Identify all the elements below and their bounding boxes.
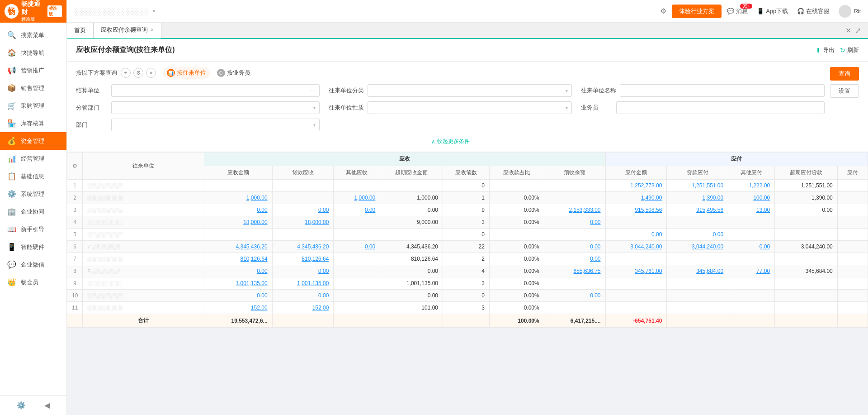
refresh-button[interactable]: ↻ 刷新 xyxy=(840,46,859,54)
th-loan-payable: 贷款应付 xyxy=(667,166,728,180)
dept-label: 分管部门 xyxy=(76,104,108,112)
table-cell[interactable]: 0.00 xyxy=(272,265,334,277)
table-cell[interactable]: 0.00 xyxy=(667,229,728,241)
sidebar-item-nav[interactable]: 🏠快捷导航 xyxy=(0,44,66,62)
sidebar-item-finance[interactable]: 💰资金管理 xyxy=(0,132,66,150)
table-cell[interactable]: 18,000.00 xyxy=(204,216,272,229)
table-cell[interactable]: 1,251,551.00 xyxy=(667,180,728,192)
table-cell[interactable]: 810,126.64 xyxy=(272,253,334,265)
table-cell[interactable]: 1,000.00 xyxy=(204,192,272,204)
table-cell[interactable]: 1,490.00 xyxy=(605,192,667,204)
table-cell[interactable]: 4,345,436.20 xyxy=(272,241,334,253)
sidebar-item-stock[interactable]: 🏪库存核算 xyxy=(0,114,66,132)
row-number: 1 xyxy=(67,180,83,192)
subdept-select[interactable]: ▾ xyxy=(111,119,320,131)
table-cell[interactable]: 915,495.56 xyxy=(667,204,728,216)
app-download-item[interactable]: 📱 App下载 xyxy=(757,7,788,15)
settings-footer-icon[interactable]: ⚙️ xyxy=(17,401,26,410)
sidebar-item-search[interactable]: 🔍搜索菜单 xyxy=(0,26,66,44)
collapse-button[interactable]: ∧ 收起更多条件 xyxy=(431,135,470,146)
table-cell: 345,684.00 xyxy=(775,265,838,277)
table-cell[interactable]: 1,001,135.00 xyxy=(272,277,334,290)
settings-scheme-icon[interactable]: ⚙ xyxy=(133,68,143,78)
partner-name-input[interactable] xyxy=(620,84,825,97)
promo-button[interactable]: 体验行业方案 xyxy=(672,5,722,18)
table-cell[interactable]: 1,222.00 xyxy=(728,180,775,192)
query-button[interactable]: 查询 xyxy=(830,67,859,81)
table-cell[interactable]: 0.00 xyxy=(605,229,667,241)
partner-category-select[interactable]: ▾ xyxy=(368,84,572,97)
table-cell[interactable]: 0.00 xyxy=(544,241,605,253)
filter-settings-button[interactable]: 设置 xyxy=(830,84,859,98)
tab-home[interactable]: 首页 xyxy=(67,22,94,38)
table-cell[interactable]: 18,000.00 xyxy=(272,216,334,229)
tab-close-window-icon[interactable]: ✕ xyxy=(845,26,851,35)
sidebar-item-operation[interactable]: 📊经营管理 xyxy=(0,150,66,167)
table-cell[interactable]: 3,044,240.00 xyxy=(605,241,667,253)
table-cell[interactable]: 0.00 xyxy=(204,204,272,216)
table-cell[interactable]: 0.00 xyxy=(544,290,605,302)
collapse-footer-icon[interactable]: ◀ xyxy=(44,401,50,410)
table-cell[interactable]: 0.00 xyxy=(204,290,272,302)
table-cell[interactable]: 345,761.00 xyxy=(605,265,667,277)
table-row: 5 ░░░░░░░░░░ 0 0.00 0.00 xyxy=(67,229,868,241)
sidebar-item-weixin[interactable]: 💬企业微信 xyxy=(0,256,66,273)
sidebar-logo: 畅 畅捷通财 标准版 标准版 xyxy=(0,0,66,23)
table-cell[interactable]: 77.00 xyxy=(728,265,775,277)
table-cell[interactable]: 2,153,333.00 xyxy=(544,204,605,216)
export-button[interactable]: ⬆ 导出 xyxy=(816,46,835,54)
collapse-scheme-icon[interactable]: « xyxy=(146,68,156,78)
table-cell[interactable]: 3,044,240.00 xyxy=(667,241,728,253)
sidebar-item-member[interactable]: 👑畅会员 xyxy=(0,273,66,291)
row-number: 4 xyxy=(67,216,83,229)
sidebar-item-corp[interactable]: 🏢企业协同 xyxy=(0,203,66,220)
sidebar-item-sales[interactable]: 📦销售管理 xyxy=(0,79,66,97)
table-cell[interactable]: 0.00 xyxy=(334,241,380,253)
table-cell[interactable]: 0.00 xyxy=(204,265,272,277)
table-cell[interactable]: 655,636.75 xyxy=(544,265,605,277)
table-cell[interactable]: 810,126.64 xyxy=(204,253,272,265)
tab-close-icon[interactable]: × xyxy=(151,27,154,33)
sidebar-item-system[interactable]: ⚙️系统管理 xyxy=(0,185,66,203)
stock-icon: 🏪 xyxy=(7,119,16,128)
table-cell[interactable]: 4,345,436.20 xyxy=(204,241,272,253)
sidebar-item-guide[interactable]: 📖新手引导 xyxy=(0,220,66,238)
table-cell[interactable]: 915,508.56 xyxy=(605,204,667,216)
message-item[interactable]: 💬 消息 99+ xyxy=(727,7,748,15)
header-settings-icon[interactable]: ⚙ xyxy=(660,7,666,15)
table-cell[interactable]: 1,390.00 xyxy=(667,192,728,204)
basic-icon: 📋 xyxy=(7,172,16,181)
salesman-input[interactable]: ··· xyxy=(616,101,825,114)
scheme-by-staff[interactable]: ⏱ 按业务员 xyxy=(213,67,254,79)
table-cell[interactable]: 0.00 xyxy=(544,216,605,229)
partner-nature-select[interactable]: ▾ xyxy=(368,101,572,114)
sidebar-item-hardware[interactable]: 📱智能硬件 xyxy=(0,238,66,256)
table-cell[interactable]: 152.00 xyxy=(204,302,272,314)
settlement-input[interactable]: ··· xyxy=(111,84,320,97)
service-item[interactable]: 🎧 在线客服 xyxy=(797,7,830,15)
table-cell[interactable]: 100.00 xyxy=(728,192,775,204)
sidebar-item-basic[interactable]: 📋基础信息 xyxy=(0,167,66,185)
scheme-by-company[interactable]: 📊 按往来单位 xyxy=(163,67,210,79)
sidebar-item-purchase[interactable]: 🛒采购管理 xyxy=(0,97,66,114)
table-cell[interactable]: 0.00 xyxy=(544,253,605,265)
table-cell[interactable]: 0.00 xyxy=(272,290,334,302)
table-cell[interactable]: 345,684.00 xyxy=(667,265,728,277)
table-cell[interactable]: 0.00 xyxy=(728,241,775,253)
table-row: 9 ░░░░░░░░░░ 1,001,135.00 1,001,135.00 1… xyxy=(67,277,868,290)
col-settings[interactable]: ⚙ xyxy=(67,153,83,180)
add-scheme-icon[interactable]: + xyxy=(121,68,131,78)
sidebar-item-marketing[interactable]: 📢营销推广 xyxy=(0,62,66,79)
sidebar: 畅 畅捷通财 标准版 标准版 🔍搜索菜单🏠快捷导航📢营销推广📦销售管理🛒采购管理… xyxy=(0,0,67,415)
table-cell[interactable]: 1,252,773.00 xyxy=(605,180,667,192)
table-cell[interactable]: 0.00 xyxy=(272,204,334,216)
table-cell[interactable]: 13.00 xyxy=(728,204,775,216)
table-cell[interactable]: 0.00 xyxy=(334,204,380,216)
dept-select[interactable]: ▾ xyxy=(111,101,320,114)
table-cell[interactable]: 1,001,135.00 xyxy=(204,277,272,290)
tab-expand-icon[interactable]: ⤢ xyxy=(855,26,861,35)
tab-balance-query[interactable]: 应收应付余额查询 × xyxy=(94,22,161,38)
user-area[interactable]: Rit xyxy=(839,5,861,18)
table-cell[interactable]: 152.00 xyxy=(272,302,334,314)
table-cell[interactable]: 1,000.00 xyxy=(334,192,380,204)
